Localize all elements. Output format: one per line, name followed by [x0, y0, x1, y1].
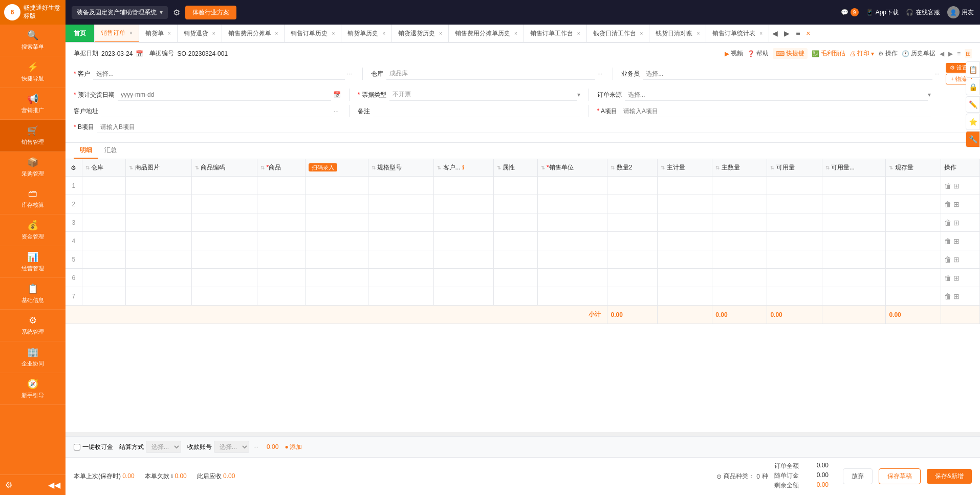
- help-btn[interactable]: ❓ 帮助: [747, 49, 769, 58]
- tab-sales-fee[interactable]: 销售费用分摊单 ×: [222, 25, 285, 42]
- nav-next-icon[interactable]: ▶: [948, 50, 953, 57]
- bank-select[interactable]: 选择...: [214, 441, 249, 453]
- row-spec-2[interactable]: [368, 195, 433, 213]
- note-input[interactable]: [373, 105, 580, 117]
- tab-close-sales-order[interactable]: ×: [129, 30, 133, 36]
- payment-select[interactable]: 选择...: [146, 441, 181, 453]
- customer-addr-input[interactable]: [101, 105, 332, 117]
- history-btn[interactable]: 🕐 历史单据: [902, 49, 935, 58]
- tab-next[interactable]: ▶: [781, 29, 793, 37]
- row-unit-2[interactable]: [537, 195, 607, 213]
- copy-icon-6[interactable]: ⊞: [953, 274, 960, 282]
- tab-close-sales-workbench[interactable]: ×: [577, 31, 580, 36]
- tab-close-cash-reconcile[interactable]: ×: [696, 31, 700, 36]
- copy-icon-3[interactable]: ⊞: [953, 219, 960, 227]
- delete-icon-3[interactable]: 🗑: [944, 219, 951, 227]
- copy-icon-4[interactable]: ⊞: [953, 237, 960, 245]
- invoice-dropdown-icon[interactable]: ▾: [577, 91, 580, 98]
- one-click-checkbox[interactable]: 一键收订金: [74, 443, 113, 451]
- settings-topbar-icon[interactable]: ⚙: [173, 8, 180, 17]
- table-tab-detail[interactable]: 明细: [74, 143, 98, 159]
- print-btn[interactable]: 🖨 打印 ▾: [850, 49, 874, 58]
- row-warehouse-1[interactable]: [82, 177, 126, 195]
- invoice-input[interactable]: [389, 89, 577, 101]
- row-main-qty-1[interactable]: [712, 177, 767, 195]
- one-click-check-input[interactable]: [74, 444, 80, 450]
- shortcut-btn[interactable]: ⌨ 快捷键: [773, 48, 808, 59]
- tab-prev[interactable]: ◀: [769, 29, 781, 37]
- print-dropdown-icon[interactable]: ▾: [871, 50, 874, 57]
- th-scan[interactable]: 扫码录入: [306, 159, 368, 177]
- sidebar-item-guide[interactable]: 🧭 新手引导: [0, 373, 66, 405]
- delete-icon-1[interactable]: 🗑: [944, 182, 951, 190]
- warehouse-more-icon[interactable]: ···: [595, 70, 604, 77]
- row-qty2-2[interactable]: [607, 195, 658, 213]
- row-product-1[interactable]: [257, 177, 306, 195]
- sidebar-item-sales[interactable]: 🛒 销售管理: [0, 120, 66, 152]
- row-attr-2[interactable]: [493, 195, 537, 213]
- save-draft-button[interactable]: 保存草稿: [879, 468, 921, 484]
- sidebar-item-purchase[interactable]: 📦 采购管理: [0, 152, 66, 183]
- delete-icon-5[interactable]: 🗑: [944, 255, 951, 264]
- row-qty2-1[interactable]: [607, 177, 658, 195]
- row-spec-1[interactable]: [368, 177, 433, 195]
- a-project-input[interactable]: [620, 105, 931, 117]
- delivery-calendar-icon[interactable]: 📅: [333, 91, 341, 98]
- sidebar-item-finance[interactable]: 💰 资金管理: [0, 214, 66, 246]
- salesperson-more-icon[interactable]: ···: [932, 70, 942, 77]
- row-unit-1[interactable]: [537, 177, 607, 195]
- warehouse-input[interactable]: [386, 68, 595, 80]
- tab-close-invoice[interactable]: ×: [168, 31, 171, 36]
- row-warehouse-2[interactable]: [82, 195, 126, 213]
- row-main-qty-2[interactable]: [712, 195, 767, 213]
- add-button[interactable]: ● 添加: [285, 443, 301, 451]
- copy-icon-1[interactable]: ⊞: [953, 182, 960, 190]
- sidebar-item-quick[interactable]: ⚡ 快捷导航: [0, 56, 66, 88]
- tab-sales-fee-hist[interactable]: 销售费用分摊单历史 ×: [449, 25, 524, 42]
- customer-more-icon[interactable]: ···: [345, 70, 354, 77]
- tab-cash-daily[interactable]: 钱货日清工作台 ×: [587, 25, 650, 42]
- app-download[interactable]: 📱 App下载: [866, 8, 899, 17]
- row-available2-2[interactable]: [822, 195, 886, 213]
- tab-invoice-hist[interactable]: 销货单历史 ×: [341, 25, 392, 42]
- row-available-2[interactable]: [767, 195, 822, 213]
- tab-invoice[interactable]: 销货单 ×: [139, 25, 178, 42]
- tab-menu[interactable]: ≡: [793, 29, 803, 37]
- row-available-1[interactable]: [767, 177, 822, 195]
- order-source-input[interactable]: [625, 89, 928, 101]
- bank-more-icon[interactable]: ···: [251, 443, 260, 450]
- user-menu[interactable]: 👤 用友: [947, 6, 974, 18]
- b-project-input[interactable]: [97, 121, 972, 133]
- solution-button[interactable]: 体验行业方案: [185, 6, 236, 19]
- tab-cash-reconcile[interactable]: 钱货日清对账 ×: [649, 25, 706, 42]
- tab-close-sales-return[interactable]: ×: [212, 31, 215, 36]
- row-code-1[interactable]: [191, 177, 257, 195]
- sidebar-item-operations[interactable]: 📊 经营管理: [0, 246, 66, 278]
- dropdown-icon[interactable]: ▾: [160, 9, 163, 16]
- form-view-icon[interactable]: ⊞: [965, 49, 972, 58]
- online-service[interactable]: 🎧 在线客服: [906, 8, 940, 17]
- delivery-input[interactable]: [118, 89, 331, 101]
- right-panel-tool[interactable]: 🔧: [966, 131, 980, 147]
- tab-sales-return[interactable]: 销货退货 ×: [178, 25, 222, 42]
- tab-sales-order-hist[interactable]: 销售订单历史 ×: [285, 25, 341, 42]
- row-customer-code-1[interactable]: [434, 177, 494, 195]
- right-panel-star[interactable]: ⭐: [966, 114, 980, 130]
- order-source-dropdown-icon[interactable]: ▾: [928, 91, 931, 98]
- addr-more-icon[interactable]: ···: [332, 107, 341, 115]
- right-panel-lock[interactable]: 🔒: [966, 79, 980, 95]
- tab-close-sales-order-hist[interactable]: ×: [332, 31, 335, 36]
- row-stock-1[interactable]: [886, 177, 941, 195]
- delete-icon-4[interactable]: 🗑: [944, 237, 951, 245]
- right-panel-clipboard[interactable]: 📋: [966, 61, 980, 78]
- tab-close-all[interactable]: ×: [803, 29, 813, 37]
- delete-icon-7[interactable]: 🗑: [944, 292, 951, 300]
- copy-icon-5[interactable]: ⊞: [953, 255, 960, 264]
- message-center[interactable]: 💬 9: [841, 8, 859, 16]
- table-tab-summary[interactable]: 汇总: [98, 143, 123, 159]
- horizontal-scrollbar[interactable]: [66, 432, 980, 436]
- ops-btn[interactable]: ⚙ 操作: [878, 49, 898, 58]
- view-btn[interactable]: ▶ 视频: [725, 49, 743, 58]
- tab-close-invoice-hist[interactable]: ×: [382, 31, 385, 36]
- delete-icon-2[interactable]: 🗑: [944, 200, 951, 208]
